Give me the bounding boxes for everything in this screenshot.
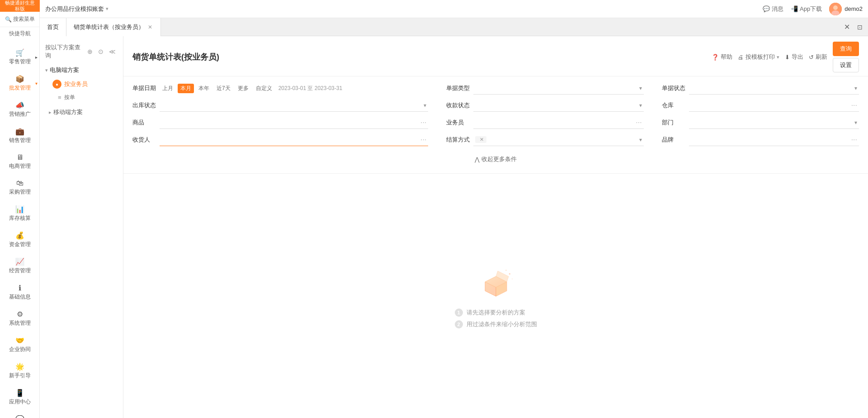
recipient-input[interactable] [161,136,419,143]
filter-row-4: 收货人 ··· 结算方式 ✕ [132,133,859,146]
collapse-button[interactable]: ⋀ 收起更多条件 [469,153,522,165]
filter-doc-type: 单据类型 ▾ [446,82,643,95]
date-btn-this-month[interactable]: 本月 [178,84,194,93]
scheme-group-pc: ▾ 电脑端方案 ● 按业务员 ≡ 按单 [40,63,123,104]
product-dots-icon[interactable]: ··· [420,119,426,127]
left-panel-header-icons: ⊕ ⊙ ≪ [85,47,118,56]
help-btn[interactable]: ❓ 帮助 [712,53,732,61]
sidebar-item-basic[interactable]: ℹ 基础信息 [0,279,39,305]
collapse-panel-icon[interactable]: ≪ [107,47,118,56]
tab-close-icon[interactable]: ✕ [147,23,153,31]
sidebar-quick-nav[interactable]: 快捷导航 [0,27,39,40]
sidebar-item-purchase-label: 采购管理 [9,188,31,196]
sidebar-item-ecommerce[interactable]: 🖥 电商管理 [0,149,39,175]
empty-hint-1-text: 请先选择要分析的方案 [467,309,525,317]
product-input[interactable] [161,119,419,126]
left-panel-header-label: 按以下方案查询 [45,43,85,60]
sidebar-item-wholesale[interactable]: 📦 批发管理 ▾ [0,70,39,96]
tabbar-actions: ✕ ⊡ [842,21,868,33]
search-icon: 🔍 [5,16,12,23]
settings-scheme-icon[interactable]: ⊙ [96,47,105,56]
scheme-group-pc-header[interactable]: ▾ 电脑端方案 [40,63,123,77]
sidebar-item-enterprise[interactable]: 🤝 企业协同 [0,332,39,358]
date-btn-7days[interactable]: 近7天 [214,84,233,93]
date-btn-more[interactable]: 更多 [235,84,251,93]
filter-payment-method: 结算方式 ✕ ▾ [446,133,643,146]
date-btn-custom[interactable]: 自定义 [253,84,275,93]
product-label: 商品 [132,119,160,127]
sidebar-search-item[interactable]: 🔍 搜索菜单 [0,12,39,27]
sidebar-item-corp-wechat[interactable]: 💬 企业微信 [0,410,39,418]
scheme-item-by-salesperson[interactable]: ● 按业务员 [40,77,123,91]
tab-home[interactable]: 首页 [40,18,66,36]
department-select[interactable]: ▾ [689,116,859,129]
scheme-group-pc-label: 电脑端方案 [50,66,79,74]
chevron-down-icon: ▾ [35,81,38,86]
filter-out-status: 出库状态 ▾ [132,99,428,112]
sidebar-item-retail[interactable]: 🛒 零售管理 ▸ [0,44,39,70]
username-label[interactable]: demo2 [844,5,863,12]
salesperson-input[interactable] [475,119,634,126]
recipient-dots-icon[interactable]: ··· [420,136,426,144]
warehouse-dots-icon[interactable]: ··· [851,101,857,109]
sidebar-item-sales[interactable]: 💼 销售管理 [0,123,39,149]
collapse-up-icon: ⋀ [475,156,480,163]
salesperson-label: 业务员 [446,119,473,127]
tab-close-all-icon[interactable]: ✕ [842,21,852,33]
date-btn-last-month[interactable]: 上月 [160,84,176,93]
out-status-label: 出库状态 [132,101,160,109]
export-btn[interactable]: ⬇ 导出 [785,53,803,61]
doc-status-label: 单据状态 [662,84,689,92]
purchase-icon: 🛍 [16,179,24,187]
refresh-label: 刷新 [816,53,827,61]
sidebar-item-app-center[interactable]: 📱 应用中心 [0,384,39,410]
salesperson-dots-icon[interactable]: ··· [636,119,642,127]
doc-status-select[interactable]: ▾ [689,82,859,95]
date-btn-this-year[interactable]: 本年 [196,84,212,93]
sidebar-item-newbie[interactable]: 🌟 新手引导 [0,358,39,384]
sidebar: 畅捷通好生意标版 🔍 搜索菜单 快捷导航 🛒 零售管理 ▸ 📦 批发管理 ▾ 📣… [0,0,40,418]
help-label: 帮助 [721,53,732,61]
scheme-group-mobile[interactable]: ▸ 移动端方案 [40,105,123,119]
doc-type-select[interactable]: ▾ [473,82,643,95]
out-status-select[interactable]: ▾ [160,99,428,112]
payment-tag-close-icon[interactable]: ✕ [480,137,484,142]
app-download-btn[interactable]: 📲 App下载 [791,5,822,13]
sidebar-item-marketing[interactable]: 📣 营销推广 [0,96,39,123]
empty-state: 1 请先选择要分析的方案 2 用过滤条件来缩小分析范围 [123,174,868,418]
sidebar-item-purchase[interactable]: 🛍 采购管理 [0,175,39,200]
sidebar-item-system-label: 系统管理 [9,319,31,327]
template-print-btn[interactable]: 🖨 按模板打印 ▾ [738,53,779,61]
department-label: 部门 [662,119,689,127]
sidebar-item-enterprise-label: 企业协同 [9,346,31,353]
sidebar-item-inventory[interactable]: 📊 库存核算 [0,200,39,227]
sub-scheme-item-by-order[interactable]: ≡ 按单 [40,91,123,104]
collect-status-select[interactable]: ▾ [473,99,643,112]
inventory-icon: 📊 [15,205,24,214]
sidebar-item-finance[interactable]: 💰 资金管理 [0,227,39,253]
svg-point-10 [512,278,513,279]
sidebar-logo: 畅捷通好生意标版 [0,0,40,12]
date-filter-buttons: 上月 本月 本年 近7天 更多 自定义 2023-03-01 至 2023-03… [160,84,342,93]
refresh-btn[interactable]: ↺ 刷新 [809,53,827,61]
chevron-right-icon: ▸ [49,109,52,115]
dropdown-icon[interactable]: ▾ [106,6,108,12]
query-button[interactable]: 查询 [833,42,859,56]
add-scheme-icon[interactable]: ⊕ [85,47,94,56]
warehouse-input[interactable] [691,102,849,109]
sidebar-item-system[interactable]: ⚙ 系统管理 [0,305,39,332]
message-btn[interactable]: 💬 消息 [763,5,783,13]
payment-method-tag: ✕ [475,136,486,143]
payment-method-select[interactable]: ✕ ▾ [473,133,643,146]
recipient-input-wrap: ··· [160,133,428,146]
tabbar: 首页 销货单统计表（按业务员） ✕ ✕ ⊡ [40,18,868,36]
brand-dots-icon[interactable]: ··· [851,136,857,144]
tab-expand-icon[interactable]: ⊡ [855,22,864,33]
recipient-label: 收货人 [132,136,160,144]
tab-sales-stats[interactable]: 销货单统计表（按业务员） ✕ [66,18,161,36]
brand-input[interactable] [691,136,849,143]
page-content: 按以下方案查询 ⊕ ⊙ ≪ ▾ 电脑端方案 ● 按业务员 ≡ [40,36,868,418]
sidebar-item-basic-label: 基础信息 [9,293,31,301]
sidebar-item-operations[interactable]: 📈 经营管理 [0,253,39,279]
settings-button[interactable]: 设置 [833,58,859,72]
